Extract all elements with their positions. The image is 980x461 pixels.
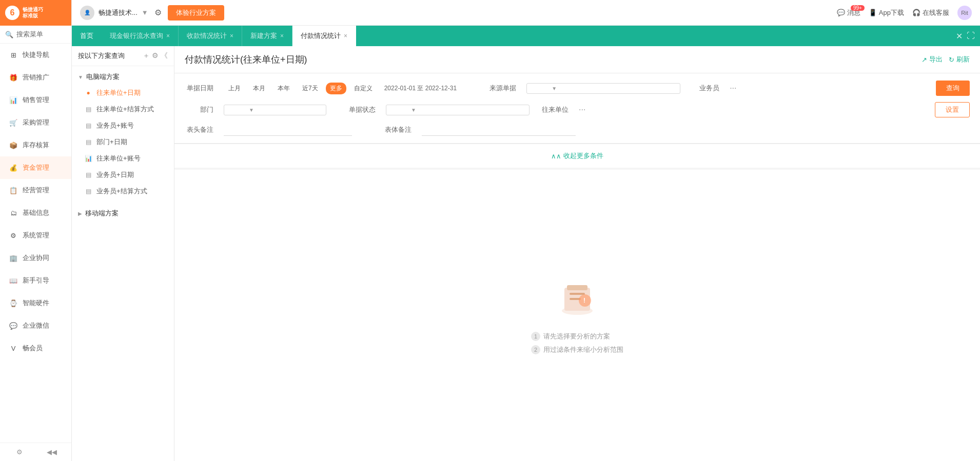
date-btn-more[interactable]: 更多 <box>326 83 346 94</box>
online-service-button[interactable]: 🎧 在线客服 <box>912 8 949 17</box>
salesman-more-icon[interactable]: ··· <box>730 84 736 93</box>
date-btn-this-year[interactable]: 本年 <box>273 82 295 95</box>
sidebar-item-sales[interactable]: 📊 销售管理 <box>0 89 71 111</box>
export-button[interactable]: ↗ 导出 <box>922 55 943 64</box>
scheme-panel-actions: ＋ ⚙ 《 <box>143 51 168 61</box>
top-header: 👤 畅捷通技术... ▼ ⚙ 体验行业方案 💬 消息 99+ 📱 App下载 🎧… <box>72 0 980 26</box>
scheme-item-salesman-date[interactable]: ▤ 业务员+日期 <box>72 167 174 183</box>
enterprise-icon: 🏢 <box>8 253 18 263</box>
query-button[interactable]: 查询 <box>936 81 970 96</box>
refresh-button[interactable]: ↻ 刷新 <box>949 55 970 64</box>
expand-icon: ▶ <box>78 211 82 216</box>
sidebar-item-hardware[interactable]: ⌚ 智能硬件 <box>0 292 71 314</box>
scheme-item-partner-settle[interactable]: ▤ 往来单位+结算方式 <box>72 101 174 117</box>
scheme-item-salesman-settle[interactable]: ▤ 业务员+结算方式 <box>72 183 174 199</box>
filter-row-1: 单据日期 上月 本月 本年 近7天 更多 自定义 2022-01-01 至 20… <box>185 81 970 96</box>
hint-num-1: 1 <box>531 332 540 341</box>
date-options: 上月 本月 本年 近7天 更多 自定义 2022-01-01 至 2022-12… <box>224 82 457 95</box>
source-dropdown-icon: ▼ <box>552 86 557 91</box>
table-body-input[interactable] <box>422 124 576 136</box>
scheme-group-mobile-header[interactable]: ▶ 移动端方案 <box>72 206 174 221</box>
refresh-icon: ↻ <box>949 56 954 64</box>
tab-close-icon[interactable]: × <box>166 32 170 39</box>
sidebar-item-quick-nav[interactable]: ⊞ 快捷导航 <box>0 44 71 66</box>
sidebar-bottom: ⚙ ◀◀ <box>0 443 71 461</box>
sidebar-item-finance[interactable]: 💰 资金管理 <box>0 156 71 179</box>
sidebar-item-operation[interactable]: 📋 经营管理 <box>0 179 71 202</box>
sidebar-item-inventory[interactable]: 📦 库存核算 <box>0 134 71 156</box>
tab-close-icon[interactable]: × <box>280 32 284 39</box>
chevron-up-icon: ∧∧ <box>551 152 561 160</box>
scheme-item-partner-date[interactable]: ● 往来单位+日期 <box>72 85 174 101</box>
dept-select[interactable]: ▼ <box>224 105 326 115</box>
filter-row-2: 部门 ▼ 单据状态 ▼ 往来单位 ··· <box>185 102 970 117</box>
scheme-panel-title: 按以下方案查询 <box>78 51 125 61</box>
company-name: 畅捷通技术... <box>99 8 138 17</box>
hardware-icon: ⌚ <box>8 298 18 308</box>
date-btn-7days[interactable]: 近7天 <box>298 82 323 95</box>
guide-icon: 📖 <box>8 275 18 286</box>
tab-receipt-stats[interactable]: 收款情况统计 × <box>179 26 242 46</box>
active-scheme-icon: ● <box>84 89 92 97</box>
tab-payment-stats[interactable]: 付款情况统计 × <box>292 26 356 46</box>
add-scheme-icon[interactable]: ＋ <box>143 51 150 61</box>
scheme-group-desktop-header[interactable]: ▼ 电脑端方案 <box>72 69 174 85</box>
sidebar-item-guide[interactable]: 📖 新手引导 <box>0 269 71 292</box>
tab-new-scheme[interactable]: 新建方案 × <box>242 26 292 46</box>
table-head-label: 表头备注 <box>185 125 213 134</box>
sidebar-item-system[interactable]: ⚙ 系统管理 <box>0 224 71 247</box>
scheme-item-dept-date[interactable]: ▤ 部门+日期 <box>72 134 174 150</box>
inventory-icon: 📦 <box>8 140 18 150</box>
table-icon: ▤ <box>84 138 92 146</box>
user-avatar-button[interactable]: Rit <box>957 6 972 20</box>
table-icon: ▤ <box>84 105 92 113</box>
tab-close-icon[interactable]: × <box>344 32 347 39</box>
search-menu[interactable]: 🔍 搜索菜单 <box>0 26 71 44</box>
source-select[interactable]: ▼ <box>526 83 680 94</box>
scheme-panel-header: 按以下方案查询 ＋ ⚙ 《 <box>72 46 174 66</box>
status-dropdown-icon: ▼ <box>411 107 416 113</box>
trial-button[interactable]: 体验行业方案 <box>168 5 224 21</box>
sidebar-nav: ⊞ 快捷导航 🎁 营销推广 📊 销售管理 🛒 采购管理 📦 库存核算 💰 资金管… <box>0 44 71 443</box>
tab-cash-flow[interactable]: 现金银行流水查询 × <box>102 26 179 46</box>
sidebar-item-marketing[interactable]: 🎁 营销推广 <box>0 66 71 89</box>
tab-home[interactable]: 首页 <box>72 26 102 46</box>
scheme-item-salesman-account[interactable]: ▤ 业务员+账号 <box>72 117 174 134</box>
tab-close-icon[interactable]: × <box>230 32 233 39</box>
close-all-icon[interactable]: ✕ <box>956 31 963 41</box>
sidebar-item-purchase[interactable]: 🛒 采购管理 <box>0 111 71 134</box>
app-download-button[interactable]: 📱 App下载 <box>869 8 904 17</box>
scheme-item-partner-account[interactable]: 📊 往来单位+账号 <box>72 150 174 167</box>
date-btn-last-month[interactable]: 上月 <box>224 82 245 95</box>
wechat-icon: 💬 <box>8 320 18 331</box>
user-info: 👤 畅捷通技术... ▼ <box>80 6 148 20</box>
main-content: 👤 畅捷通技术... ▼ ⚙ 体验行业方案 💬 消息 99+ 📱 App下载 🎧… <box>72 0 980 461</box>
table-head-input[interactable] <box>224 124 352 136</box>
messages-button[interactable]: 💬 消息 99+ <box>837 8 860 17</box>
date-btn-custom[interactable]: 自定义 <box>349 82 377 95</box>
sidebar-item-wechat[interactable]: 💬 企业微信 <box>0 314 71 337</box>
collapse-scheme-icon[interactable]: 《 <box>161 51 168 61</box>
sidebar-item-member[interactable]: V 畅会员 <box>0 337 71 359</box>
gear-icon[interactable]: ⚙ <box>154 8 162 17</box>
table-icon: ▤ <box>84 122 92 130</box>
setting-button[interactable]: 设置 <box>935 102 970 117</box>
sidebar-settings-btn[interactable]: ⚙ <box>5 448 34 456</box>
collapse-conditions-button[interactable]: ∧∧ 收起更多条件 <box>551 148 603 164</box>
svg-rect-2 <box>567 285 587 290</box>
sidebar-logo: 6 畅捷通巧 标准版 <box>0 0 71 26</box>
partner-more-icon[interactable]: ··· <box>579 105 585 114</box>
sidebar-collapse-btn[interactable]: ◀◀ <box>38 448 67 456</box>
settings-scheme-icon[interactable]: ⚙ <box>152 51 159 61</box>
tab-bar: 首页 现金银行流水查询 × 收款情况统计 × 新建方案 × 付款情况统计 × ✕… <box>72 26 980 46</box>
system-icon: ⚙ <box>8 230 18 240</box>
date-btn-this-month[interactable]: 本月 <box>248 82 270 95</box>
sidebar-item-enterprise[interactable]: 🏢 企业协同 <box>0 247 71 269</box>
maximize-icon[interactable]: ⛶ <box>967 31 975 41</box>
quick-nav-icon: ⊞ <box>8 50 18 60</box>
sidebar-item-basic-info[interactable]: 🗂 基础信息 <box>0 202 71 224</box>
sidebar: 6 畅捷通巧 标准版 🔍 搜索菜单 ⊞ 快捷导航 🎁 营销推广 📊 销售管理 🛒… <box>0 0 72 461</box>
page-header: 付款情况统计(往来单位+日期) ↗ 导出 ↻ 刷新 <box>174 46 980 73</box>
status-select[interactable]: ▼ <box>386 105 530 115</box>
operation-icon: 📋 <box>8 185 18 195</box>
